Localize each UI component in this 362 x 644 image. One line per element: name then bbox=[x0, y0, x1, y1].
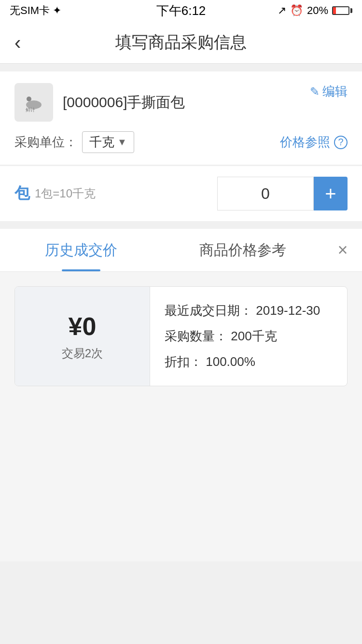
tab-active-indicator bbox=[62, 269, 100, 271]
tab-price-reference[interactable]: 商品价格参考 bbox=[162, 229, 323, 271]
tab-close-button[interactable]: × bbox=[323, 229, 362, 271]
content-area: ¥0 交易2次 最近成交日期： 2019-12-30 采购数量： 200千克 折… bbox=[0, 272, 362, 561]
unit-label: 采购单位： bbox=[14, 134, 77, 151]
history-card-right: 最近成交日期： 2019-12-30 采购数量： 200千克 折扣： 100.0… bbox=[150, 287, 347, 386]
history-price: ¥0 bbox=[69, 312, 97, 341]
purchase-qty-value: 200千克 bbox=[231, 329, 277, 343]
history-detail-discount: 折扣： 100.00% bbox=[165, 352, 333, 371]
alarm-icon: ⏰ bbox=[290, 4, 303, 17]
recent-date-label: 最近成交日期： bbox=[165, 303, 252, 318]
history-card-left: ¥0 交易2次 bbox=[15, 287, 150, 386]
tab-price-ref-label: 商品价格参考 bbox=[199, 240, 286, 260]
quantity-label: 包 1包=10千克 bbox=[14, 183, 96, 204]
product-name: [0000006]手撕面包 bbox=[63, 93, 185, 112]
carrier-text: 无SIM卡 ✦ bbox=[10, 3, 61, 18]
tabs-row: 历史成交价 商品价格参考 × bbox=[0, 229, 362, 271]
tabs-section: 历史成交价 商品价格参考 × bbox=[0, 229, 362, 272]
edit-label: 编辑 bbox=[322, 83, 348, 100]
dropdown-arrow-icon: ▼ bbox=[117, 137, 127, 148]
price-ref-label: 价格参照 bbox=[280, 134, 330, 151]
history-trades: 交易2次 bbox=[62, 346, 103, 361]
tab-history-label: 历史成交价 bbox=[45, 240, 117, 260]
product-unit-row: 采购单位： 千克 ▼ 价格参照 ? bbox=[14, 131, 348, 153]
status-bar: 无SIM卡 ✦ 下午6:12 ↗ ⏰ 20% bbox=[0, 0, 362, 21]
product-image-icon: 鲜计 bbox=[22, 90, 46, 114]
quantity-plus-button[interactable]: + bbox=[314, 177, 348, 210]
history-card: ¥0 交易2次 最近成交日期： 2019-12-30 采购数量： 200千克 折… bbox=[14, 286, 348, 386]
product-thumbnail: 鲜计 bbox=[14, 83, 53, 122]
unit-left: 采购单位： 千克 ▼ bbox=[14, 131, 134, 153]
price-ref-button[interactable]: 价格参照 ? bbox=[280, 134, 348, 151]
history-price-value: ¥0 bbox=[69, 312, 97, 340]
recent-date-value: 2019-12-30 bbox=[256, 303, 320, 318]
discount-label: 折扣： bbox=[165, 354, 202, 369]
page-title: 填写商品采购信息 bbox=[115, 31, 247, 54]
product-left: 鲜计 [0000006]手撕面包 bbox=[14, 83, 185, 122]
quantity-unit-badge: 包 bbox=[14, 183, 30, 204]
svg-point-0 bbox=[27, 97, 31, 101]
edit-icon: ✎ bbox=[310, 85, 320, 98]
history-detail-date: 最近成交日期： 2019-12-30 bbox=[165, 301, 333, 320]
status-left: 无SIM卡 ✦ bbox=[10, 3, 61, 18]
unit-select-dropdown[interactable]: 千克 ▼ bbox=[82, 131, 134, 153]
svg-text:鲜计: 鲜计 bbox=[26, 107, 35, 112]
back-button[interactable]: ‹ bbox=[14, 33, 21, 52]
location-icon: ↗ bbox=[278, 4, 286, 17]
edit-button[interactable]: ✎ 编辑 bbox=[310, 83, 348, 100]
battery-indicator bbox=[332, 6, 352, 15]
section-separator bbox=[0, 221, 362, 229]
history-detail-qty: 采购数量： 200千克 bbox=[165, 327, 333, 346]
quantity-input[interactable]: 0 bbox=[217, 177, 314, 210]
quantity-note: 1包=10千克 bbox=[35, 186, 96, 201]
status-time: 下午6:12 bbox=[156, 2, 206, 19]
unit-value: 千克 bbox=[89, 134, 114, 151]
nav-bar: ‹ 填写商品采购信息 bbox=[0, 21, 362, 64]
price-ref-help-icon: ? bbox=[334, 136, 348, 149]
tab-history-price[interactable]: 历史成交价 bbox=[0, 229, 162, 271]
status-right: ↗ ⏰ 20% bbox=[278, 4, 352, 17]
battery-percent: 20% bbox=[307, 4, 328, 17]
quantity-section: 包 1包=10千克 0 + bbox=[0, 166, 362, 221]
quantity-value: 0 bbox=[261, 185, 270, 203]
purchase-qty-label: 采购数量： bbox=[165, 329, 227, 343]
quantity-controls: 0 + bbox=[217, 177, 348, 210]
product-header: 鲜计 [0000006]手撕面包 ✎ 编辑 bbox=[14, 83, 348, 122]
product-section: 鲜计 [0000006]手撕面包 ✎ 编辑 采购单位： 千克 ▼ 价格参照 ? bbox=[0, 71, 362, 165]
discount-value: 100.00% bbox=[206, 354, 255, 369]
